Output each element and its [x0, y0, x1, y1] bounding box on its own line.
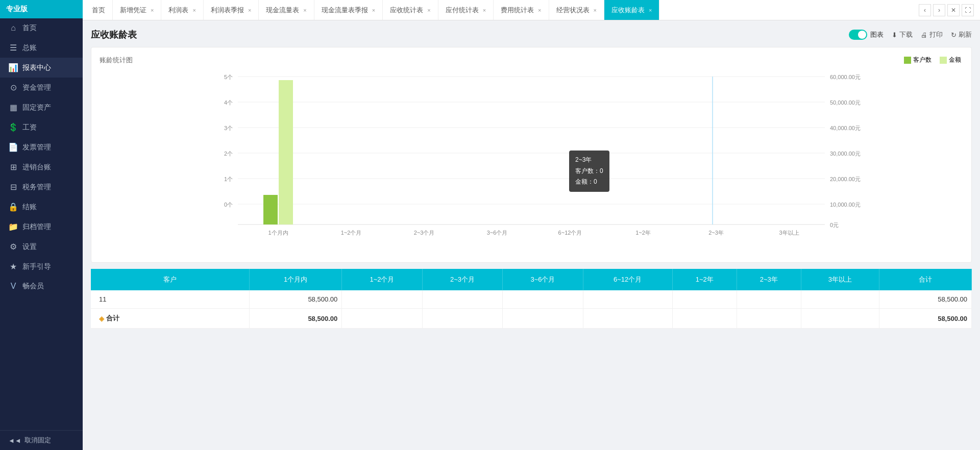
- salary-icon: 💲: [8, 122, 18, 132]
- sidebar-item-label: 设置: [22, 242, 37, 252]
- tab-profit-q[interactable]: 利润表季报 ×: [204, 0, 259, 20]
- sidebar-item-assets[interactable]: ▦ 固定资产: [0, 97, 83, 117]
- legend-customer-label: 客户数: [913, 56, 932, 64]
- sidebar-item-tax[interactable]: ⊟ 税务管理: [0, 177, 83, 197]
- total-m1: 58,500.00: [250, 309, 342, 329]
- chart-legend: 客户数 金额: [904, 56, 961, 64]
- tab-expense-close[interactable]: ×: [538, 7, 541, 13]
- svg-text:2~3个月: 2~3个月: [414, 230, 435, 236]
- sidebar-item-ledger[interactable]: ☰ 总账: [0, 38, 83, 58]
- total-label: 合计: [106, 314, 119, 323]
- tab-ar-aging[interactable]: 应收账龄表 ×: [604, 0, 659, 20]
- tab-home[interactable]: 首页: [85, 0, 113, 20]
- tab-ar-aging-close[interactable]: ×: [649, 7, 652, 13]
- page-title: 应收账龄表: [91, 29, 137, 41]
- sidebar-item-label: 归档管理: [22, 222, 51, 232]
- legend-amount-label: 金额: [949, 56, 961, 64]
- tab-voucher-label: 新增凭证: [120, 6, 146, 15]
- tab-ar-stat[interactable]: 应收统计表 ×: [383, 0, 438, 20]
- chart-toggle-switch[interactable]: [849, 30, 867, 40]
- print-button[interactable]: 🖨 打印: [921, 30, 943, 39]
- tab-cashflow-q[interactable]: 现金流量表季报 ×: [314, 0, 383, 20]
- tab-ar-stat-label: 应收统计表: [390, 6, 423, 15]
- cell-y12: [672, 290, 737, 309]
- sidebar: 专业版 ⌂ 首页 ☰ 总账 📊 报表中心 ⊙ 资金管理 ▦ 固定资产 💲 工资 …: [0, 0, 83, 450]
- download-button[interactable]: ⬇ 下载: [892, 30, 913, 39]
- tab-cashflow-q-close[interactable]: ×: [372, 7, 375, 13]
- refresh-button[interactable]: ↻ 刷新: [951, 30, 972, 39]
- sidebar-item-salary[interactable]: 💲 工资: [0, 117, 83, 137]
- table-row: 11 58,500.00 58,500.00: [91, 290, 972, 309]
- cell-m36: [503, 290, 583, 309]
- sidebar-item-guide[interactable]: ★ 新手引导: [0, 257, 83, 277]
- col-customer: 客户: [91, 269, 250, 290]
- col-m1: 1个月内: [250, 269, 342, 290]
- sidebar-item-label: 进销台账: [22, 163, 51, 172]
- table-total-row: ◈ 合计 58,500.00 58,500.00: [91, 309, 972, 329]
- sidebar-item-vip[interactable]: V 畅会员: [0, 277, 83, 296]
- svg-text:40,000.00元: 40,000.00元: [830, 125, 861, 131]
- sidebar-item-label: 资金管理: [22, 83, 51, 92]
- print-icon: 🖨: [921, 31, 927, 39]
- table-header-row: 客户 1个月内 1~2个月 2~3个月 3~6个月 6~12个月 1~2年 2~…: [91, 269, 972, 290]
- tab-next-button[interactable]: ›: [933, 4, 945, 16]
- tab-ar-aging-label: 应收账龄表: [611, 6, 645, 15]
- pin-icon: ◄◄: [8, 437, 21, 444]
- total-total: 58,500.00: [879, 309, 971, 329]
- tab-prev-button[interactable]: ‹: [919, 4, 931, 16]
- tab-profit-close[interactable]: ×: [192, 7, 195, 13]
- tab-cashflow-close[interactable]: ×: [303, 7, 306, 13]
- tab-operation-close[interactable]: ×: [594, 7, 597, 13]
- sidebar-item-funds[interactable]: ⊙ 资金管理: [0, 78, 83, 97]
- tab-profit-q-label: 利润表季报: [211, 6, 244, 15]
- sidebar-toggle-pin[interactable]: ◄◄ 取消固定: [0, 430, 83, 450]
- tab-voucher-close[interactable]: ×: [151, 7, 154, 13]
- total-m36: [503, 309, 583, 329]
- sidebar-item-settings[interactable]: ⚙ 设置: [0, 237, 83, 257]
- sidebar-item-inventory[interactable]: ⊞ 进销台账: [0, 157, 83, 177]
- tab-profit-label: 利润表: [168, 6, 188, 15]
- svg-text:20,000.00元: 20,000.00元: [830, 176, 861, 182]
- tab-nav-buttons: ‹ › ✕ ⛶: [915, 4, 978, 16]
- total-m12: [342, 309, 422, 329]
- svg-text:30,000.00元: 30,000.00元: [830, 151, 861, 157]
- sidebar-item-invoice[interactable]: 📄 发票管理: [0, 137, 83, 157]
- tab-cashflow[interactable]: 现金流量表 ×: [259, 0, 314, 20]
- sidebar-item-label: 畅会员: [22, 282, 44, 291]
- col-total: 合计: [879, 269, 971, 290]
- cell-y23: [737, 290, 801, 309]
- col-y3plus: 3年以上: [801, 269, 879, 290]
- total-icon: ◈: [99, 315, 104, 322]
- tab-fullscreen-button[interactable]: ⛶: [962, 4, 974, 16]
- tab-close-all-button[interactable]: ✕: [947, 4, 960, 16]
- tab-voucher[interactable]: 新增凭证 ×: [113, 0, 161, 20]
- tab-ap-stat-label: 应付统计表: [446, 6, 479, 15]
- cell-m12: [342, 290, 422, 309]
- invoice-icon: 📄: [8, 142, 18, 152]
- total-y23: [737, 309, 801, 329]
- home-icon: ⌂: [8, 23, 18, 33]
- sidebar-item-report[interactable]: 📊 报表中心: [0, 58, 83, 78]
- tab-profit-q-close[interactable]: ×: [248, 7, 251, 13]
- page-actions: 图表 ⬇ 下载 🖨 打印 ↻ 刷新: [849, 30, 972, 40]
- archive-icon: 📁: [8, 222, 18, 232]
- assets-icon: ▦: [8, 103, 18, 112]
- sidebar-item-home[interactable]: ⌂ 首页: [0, 18, 83, 38]
- tab-expense[interactable]: 费用统计表 ×: [494, 0, 549, 20]
- guide-icon: ★: [8, 262, 18, 271]
- tab-ap-stat-close[interactable]: ×: [483, 7, 486, 13]
- tab-operation[interactable]: 经营状况表 ×: [549, 0, 604, 20]
- sidebar-item-close[interactable]: 🔒 结账: [0, 197, 83, 217]
- legend-amount: 金额: [940, 56, 961, 64]
- sidebar-item-archive[interactable]: 📁 归档管理: [0, 217, 83, 237]
- funds-icon: ⊙: [8, 83, 18, 92]
- svg-text:10,000.00元: 10,000.00元: [830, 202, 861, 208]
- total-label-cell: ◈ 合计: [91, 309, 250, 328]
- sidebar-item-label: 结账: [22, 203, 37, 212]
- cell-m612: [583, 290, 672, 309]
- tab-ap-stat[interactable]: 应付统计表 ×: [438, 0, 494, 20]
- tab-ar-stat-close[interactable]: ×: [427, 7, 430, 13]
- svg-text:0个: 0个: [224, 202, 233, 208]
- tab-profit[interactable]: 利润表 ×: [161, 0, 203, 20]
- svg-text:60,000.00元: 60,000.00元: [830, 74, 861, 80]
